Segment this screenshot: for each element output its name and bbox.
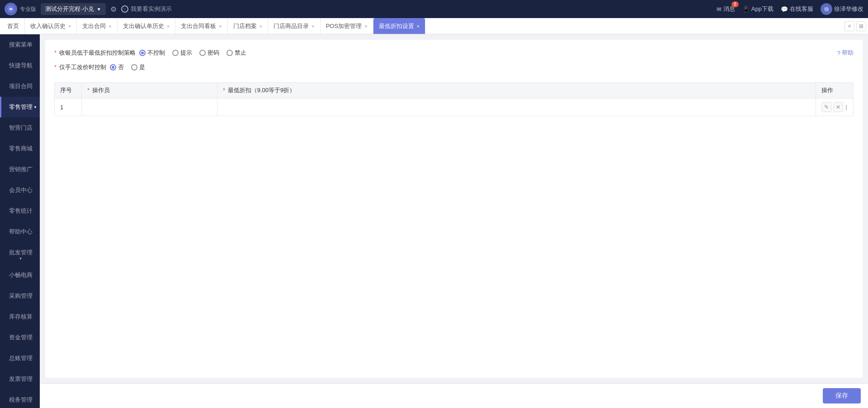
discount-control-row: * 收银员低于最低折扣控制策略 不控制 提示 密码 (54, 49, 854, 57)
sidebar-item-search[interactable]: 搜索菜单 (0, 34, 40, 55)
tab-expense-contract-board-label: 支出合同看板 (181, 22, 216, 30)
edit-row-button[interactable]: ✎ (821, 102, 831, 112)
sidebar-ecommerce-label: 小畅电商 (9, 271, 33, 279)
sidebar-finance-label: 资金管理 (9, 333, 33, 342)
col-header-seq: 序号 (55, 83, 82, 98)
sidebar-item-finance[interactable]: 资金管理 (0, 327, 40, 348)
sidebar-member-label: 会员中心 (9, 186, 33, 194)
sidebar-item-retail-mall[interactable]: 零售商城 (0, 138, 40, 159)
demo-button[interactable]: ○ 我要看实例演示 (121, 5, 172, 13)
sidebar-purchase-label: 采购管理 (9, 292, 33, 300)
radio-remind-label: 提示 (180, 49, 192, 57)
sidebar-item-inventory[interactable]: 库存核算 (0, 306, 40, 327)
project-selector[interactable]: 测试分开完程·小兑 ▼ (41, 3, 106, 15)
sidebar-item-ledger[interactable]: 总账管理 (0, 348, 40, 369)
topbar-right: ✉ 消息 8 📱 App下载 💬 在线客服 徐 徐泽华修改 (717, 3, 863, 15)
tab-store-archive-close[interactable]: × (259, 23, 262, 29)
topbar-left: 专业版 测试分开完程·小兑 ▼ ⚙ ○ 我要看实例演示 (5, 3, 172, 15)
radio-forbid[interactable]: 禁止 (226, 49, 246, 57)
tab-min-discount-label: 最低折扣设置 (379, 22, 414, 30)
sidebar-item-marketing[interactable]: 营销推广 (0, 159, 40, 180)
tab-income-history[interactable]: 收入确认历史 × (25, 18, 77, 34)
tab-pos-encrypt[interactable]: POS加密管理 × (321, 18, 373, 34)
manual-price-label: * 仅手工改价时控制 (54, 63, 106, 71)
tab-home[interactable]: 首页 (2, 18, 25, 34)
manual-price-row: * 仅手工改价时控制 否 是 (54, 63, 854, 71)
support-icon: 💬 (781, 6, 788, 13)
tab-pos-encrypt-close[interactable]: × (364, 23, 367, 29)
sidebar-retail-mall-label: 零售商城 (9, 145, 33, 153)
delete-row-button[interactable]: ✕ (833, 102, 843, 112)
col-header-operator: * 操作员 (82, 83, 217, 98)
scroll-handle: | (845, 102, 848, 112)
sidebar-item-tax[interactable]: 税务管理 (0, 389, 40, 408)
user-menu[interactable]: 徐 徐泽华修改 (821, 3, 863, 15)
save-button[interactable]: 保存 (823, 388, 861, 403)
radio-remind-circle (172, 50, 179, 56)
col-header-action: 操作 (816, 83, 854, 98)
tab-income-history-label: 收入确认历史 (30, 22, 66, 30)
help-link[interactable]: ? 帮助 (837, 49, 854, 57)
radio-yes-circle (131, 64, 137, 70)
tab-min-discount[interactable]: 最低折扣设置 × (373, 18, 425, 34)
radio-remind[interactable]: 提示 (172, 49, 192, 57)
page-card: * 收银员低于最低折扣控制策略 不控制 提示 密码 (45, 40, 863, 378)
sidebar-item-help[interactable]: 帮助中心 (0, 221, 40, 242)
tab-store-products[interactable]: 门店商品目录 × (268, 18, 320, 34)
demo-circle-icon: ○ (121, 5, 128, 13)
tab-expense-confirm-history-close[interactable]: × (167, 23, 170, 29)
sidebar-tax-label: 税务管理 (9, 396, 33, 404)
sidebar-item-retail-stats[interactable]: 零售统计 (0, 201, 40, 221)
radio-password[interactable]: 密码 (199, 49, 219, 57)
table-header-row: 序号 * 操作员 * 最低折扣（9.00等于9折） 操作 (55, 83, 854, 98)
sidebar-retail-stats-label: 零售统计 (9, 207, 33, 215)
topbar: 专业版 测试分开完程·小兑 ▼ ⚙ ○ 我要看实例演示 ✉ 消息 8 📱 App… (0, 0, 868, 18)
radio-no-control[interactable]: 不控制 (139, 49, 165, 57)
tab-expense-contract-close[interactable]: × (108, 23, 111, 29)
tab-close-button[interactable]: × (844, 21, 854, 31)
sidebar-item-smart-store[interactable]: 智营门店 (0, 117, 40, 138)
tab-pos-encrypt-label: POS加密管理 (326, 22, 362, 30)
settings-icon[interactable]: ⚙ (110, 5, 117, 14)
discount-table-wrapper: 序号 * 操作员 * 最低折扣（9.00等于9折） 操作 1 (54, 78, 854, 116)
sidebar: 搜索菜单 快捷导航 项目合同 零售管理 智营门店 零售商城 营销推广 会员中心 … (0, 34, 40, 408)
app-download-button[interactable]: 📱 App下载 (742, 5, 774, 13)
radio-password-label: 密码 (208, 49, 219, 57)
manual-price-options: 否 是 (110, 63, 145, 71)
radio-forbid-circle (226, 50, 233, 56)
tab-store-products-close[interactable]: × (311, 23, 314, 29)
tab-expense-contract-board[interactable]: 支出合同看板 × (175, 18, 227, 34)
tab-menu-button[interactable]: ⊞ (856, 21, 866, 31)
tab-expense-contract[interactable]: 支出合同 × (77, 18, 117, 34)
app-label: App下载 (751, 5, 774, 13)
tab-store-archive-label: 门店档案 (233, 22, 257, 30)
radio-no-label: 否 (118, 63, 124, 71)
radio-yes[interactable]: 是 (131, 63, 145, 71)
sidebar-item-purchase[interactable]: 采购管理 (0, 286, 40, 306)
tab-expense-contract-board-close[interactable]: × (219, 23, 222, 29)
tab-store-archive[interactable]: 门店档案 × (228, 18, 268, 34)
tab-income-history-close[interactable]: × (68, 23, 71, 29)
tab-min-discount-close[interactable]: × (417, 23, 420, 29)
main-layout: 搜索菜单 快捷导航 项目合同 零售管理 智营门店 零售商城 营销推广 会员中心 … (0, 34, 868, 408)
message-button[interactable]: ✉ 消息 8 (717, 5, 735, 13)
sidebar-retail-label: 零售管理 (9, 103, 33, 111)
user-name: 徐泽华修改 (834, 5, 863, 13)
col-header-discount: * 最低折扣（9.00等于9折） (217, 83, 816, 98)
sidebar-item-contract[interactable]: 项目合同 (0, 76, 40, 97)
tabbar: 首页 收入确认历史 × 支出合同 × 支出确认单历史 × 支出合同看板 × 门店… (0, 18, 868, 34)
radio-no[interactable]: 否 (110, 63, 124, 71)
required-star-1: * (54, 49, 57, 56)
message-badge: 8 (731, 1, 739, 7)
support-button[interactable]: 💬 在线客服 (781, 5, 813, 13)
sidebar-item-invoice[interactable]: 发票管理 (0, 369, 40, 389)
sidebar-item-nav[interactable]: 快捷导航 (0, 55, 40, 76)
tab-expense-confirm-history[interactable]: 支出确认单历史 × (118, 18, 175, 34)
sidebar-item-wholesale[interactable]: 批发管理 ▼ (0, 244, 40, 265)
sidebar-item-ecommerce[interactable]: 小畅电商 (0, 265, 40, 286)
sidebar-wholesale-arrow: ▼ (19, 257, 23, 261)
sidebar-item-member[interactable]: 会员中心 (0, 180, 40, 201)
sidebar-item-retail[interactable]: 零售管理 (0, 97, 40, 117)
topbar-logo: 专业版 (5, 3, 36, 15)
help-label: 帮助 (842, 49, 854, 57)
